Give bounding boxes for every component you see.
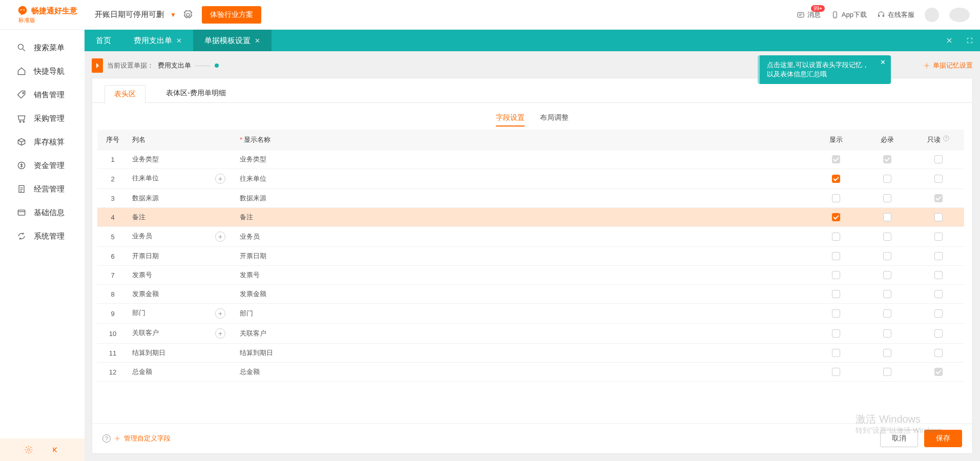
table-row[interactable]: 12总金额总金额 bbox=[97, 363, 964, 382]
table-row[interactable]: 10关联客户+关联客户 bbox=[97, 324, 964, 344]
checkbox[interactable] bbox=[883, 290, 891, 298]
cancel-button[interactable]: 取消 bbox=[880, 430, 918, 447]
sub-tab-1[interactable]: 布局调整 bbox=[540, 110, 569, 127]
checkbox[interactable] bbox=[883, 271, 891, 279]
sidebar-item-1[interactable]: 快捷导航 bbox=[0, 59, 85, 83]
table-row[interactable]: 3数据来源数据来源 bbox=[97, 189, 964, 208]
checkbox[interactable] bbox=[832, 290, 840, 298]
settings-icon[interactable] bbox=[24, 445, 33, 454]
checkbox[interactable] bbox=[934, 349, 943, 357]
tab-0[interactable]: 首页 bbox=[85, 30, 122, 51]
tab-1[interactable]: 费用支出单✕ bbox=[122, 30, 193, 51]
cell-display[interactable]: 关联客户 bbox=[236, 324, 810, 344]
table-row[interactable]: 9部门+部门 bbox=[97, 304, 964, 324]
sidebar-item-6[interactable]: 经营管理 bbox=[0, 177, 85, 201]
add-button[interactable]: + bbox=[215, 232, 225, 242]
area-tab-1[interactable]: 表体区-费用单明细 bbox=[157, 85, 235, 103]
tab-2[interactable]: 单据模板设置✕ bbox=[193, 30, 272, 51]
app-download-link[interactable]: App下载 bbox=[831, 10, 867, 19]
fullscreen-button[interactable] bbox=[960, 37, 980, 44]
sub-tab-0[interactable]: 字段设置 bbox=[496, 110, 525, 127]
checkbox[interactable] bbox=[934, 252, 943, 260]
checkbox[interactable] bbox=[832, 329, 840, 338]
checkbox[interactable] bbox=[883, 233, 891, 241]
add-button[interactable]: + bbox=[215, 174, 225, 184]
cell-display[interactable]: 发票金额 bbox=[236, 285, 810, 304]
table-row[interactable]: 5业务员+业务员 bbox=[97, 227, 964, 247]
checkbox[interactable] bbox=[883, 329, 891, 338]
checkbox[interactable] bbox=[832, 252, 840, 260]
tooltip-close-icon[interactable]: ✕ bbox=[880, 58, 886, 66]
area-tab-0[interactable]: 表头区 bbox=[105, 85, 145, 103]
add-button[interactable]: + bbox=[215, 308, 225, 319]
checkbox[interactable] bbox=[832, 175, 840, 183]
avatar[interactable] bbox=[949, 8, 970, 22]
table-row[interactable]: 6开票日期开票日期 bbox=[97, 247, 964, 266]
checkbox[interactable] bbox=[934, 233, 943, 241]
cell-display[interactable]: 总金额 bbox=[236, 363, 810, 382]
cell-display[interactable]: 业务类型 bbox=[236, 150, 810, 169]
expand-handle[interactable] bbox=[92, 58, 103, 73]
checkbox[interactable] bbox=[832, 213, 840, 221]
checkbox[interactable] bbox=[934, 213, 943, 221]
checkbox[interactable] bbox=[832, 309, 840, 318]
cell-display[interactable]: 发票号 bbox=[236, 266, 810, 285]
table-row[interactable]: 1业务类型业务类型 bbox=[97, 150, 964, 169]
cell-display[interactable]: 部门 bbox=[236, 304, 810, 324]
sidebar-item-5[interactable]: 资金管理 bbox=[0, 154, 85, 177]
memory-settings-link[interactable]: 单据记忆设置 bbox=[923, 61, 973, 70]
sidebar-item-2[interactable]: 销售管理 bbox=[0, 83, 85, 107]
checkbox[interactable] bbox=[832, 349, 840, 357]
checkbox[interactable] bbox=[883, 252, 891, 260]
tab-close-icon[interactable]: ✕ bbox=[255, 37, 260, 45]
checkbox[interactable] bbox=[934, 175, 943, 183]
checkbox[interactable] bbox=[934, 290, 943, 298]
cell-display[interactable]: 往来单位 bbox=[236, 169, 810, 189]
add-button[interactable]: + bbox=[215, 328, 225, 339]
table-row[interactable]: 7发票号发票号 bbox=[97, 266, 964, 285]
save-button[interactable]: 保存 bbox=[924, 430, 962, 447]
table-row[interactable]: 8发票金额发票金额 bbox=[97, 285, 964, 304]
checkbox[interactable] bbox=[832, 271, 840, 279]
messages-link[interactable]: 消息 99+ bbox=[797, 10, 821, 19]
table-row[interactable]: 11结算到期日结算到期日 bbox=[97, 344, 964, 363]
industry-plan-button[interactable]: 体验行业方案 bbox=[202, 6, 261, 24]
cell-seq: 1 bbox=[97, 150, 128, 169]
cell-display[interactable]: 业务员 bbox=[236, 227, 810, 247]
sidebar-item-4[interactable]: 库存核算 bbox=[0, 130, 85, 154]
checkbox[interactable] bbox=[883, 349, 891, 357]
tab-close-icon[interactable]: ✕ bbox=[176, 37, 182, 45]
close-tabs-button[interactable] bbox=[939, 37, 960, 44]
checkbox[interactable] bbox=[883, 368, 891, 376]
checkbox[interactable] bbox=[832, 368, 840, 376]
checkbox[interactable] bbox=[883, 175, 891, 183]
checkbox[interactable] bbox=[934, 155, 943, 163]
gear-icon[interactable] bbox=[183, 10, 193, 19]
field-table-wrap[interactable]: 序号 列名 *显示名称 显示 必录 只读 ? 1业务类型业务类型2往来单位+往来… bbox=[92, 130, 972, 423]
support-link[interactable]: 在线客服 bbox=[877, 10, 914, 19]
svg-rect-11 bbox=[18, 210, 25, 215]
sidebar-item-7[interactable]: 基础信息 bbox=[0, 201, 85, 224]
cell-readonly bbox=[913, 189, 964, 208]
checkbox[interactable] bbox=[934, 329, 943, 338]
checkbox[interactable] bbox=[883, 194, 891, 202]
sidebar-item-0[interactable]: 搜索菜单 bbox=[0, 36, 85, 59]
table-row[interactable]: 2往来单位+往来单位 bbox=[97, 169, 964, 189]
checkbox[interactable] bbox=[883, 309, 891, 318]
cell-display[interactable]: 开票日期 bbox=[236, 247, 810, 266]
checkbox[interactable] bbox=[934, 309, 943, 318]
checkbox[interactable] bbox=[832, 194, 840, 202]
table-row[interactable]: 4备注备注 bbox=[97, 208, 964, 227]
cell-display[interactable]: 数据来源 bbox=[236, 189, 810, 208]
cell-display[interactable]: 结算到期日 bbox=[236, 344, 810, 363]
checkbox[interactable] bbox=[883, 213, 891, 221]
sidebar-item-3[interactable]: 采购管理 bbox=[0, 107, 85, 130]
checkbox[interactable] bbox=[832, 233, 840, 241]
collapse-icon[interactable] bbox=[51, 445, 60, 454]
cell-display[interactable]: 备注 bbox=[236, 208, 810, 227]
account-selector[interactable]: 开账日期可停用可删 ▼ bbox=[95, 10, 176, 19]
avatar-small[interactable] bbox=[925, 8, 939, 22]
sidebar-item-8[interactable]: 系统管理 bbox=[0, 224, 85, 248]
checkbox[interactable] bbox=[934, 271, 943, 279]
custom-fields-link[interactable]: ? 管理自定义字段 bbox=[102, 434, 171, 443]
